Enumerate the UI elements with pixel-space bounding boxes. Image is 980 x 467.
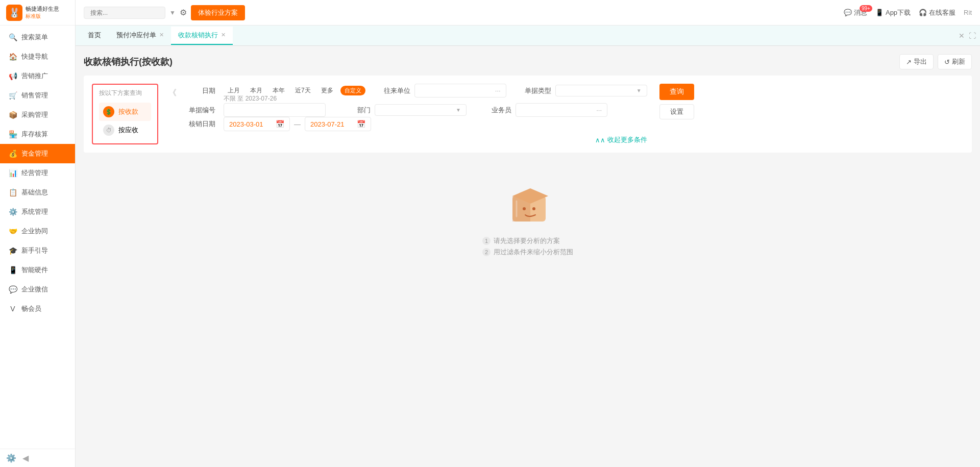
- sidebar-item-inventory[interactable]: 🏪 库存核算: [0, 125, 75, 144]
- sidebar-item-quick-nav[interactable]: 🏠 快捷导航: [0, 47, 75, 66]
- sidebar-item-marketing[interactable]: 📢 营销推广: [0, 66, 75, 86]
- industry-solution-button[interactable]: 体验行业方案: [191, 5, 245, 20]
- receipt-scheme-icon: 💲: [103, 106, 114, 117]
- sidebar-item-member[interactable]: V 畅会员: [0, 299, 75, 318]
- empty-state: 1 请先选择要分析的方案 2 用过滤条件来缩小分析范围: [84, 153, 972, 287]
- doc-type-arrow-icon: ▼: [636, 88, 642, 93]
- sidebar-item-search[interactable]: 🔍 搜索菜单: [0, 28, 75, 47]
- message-button[interactable]: 💬 消息 99+: [844, 8, 867, 17]
- message-badge: 99+: [860, 5, 872, 12]
- page-header: 收款核销执行(按收款) ↗ 导出 ↺ 刷新: [84, 54, 972, 69]
- collapse-more-label: 收起更多条件: [607, 135, 647, 144]
- collapse-icon: 《: [168, 88, 177, 99]
- collapse-up-icon: ∧∧: [595, 136, 605, 144]
- date-label: 日期: [187, 86, 215, 95]
- refresh-button[interactable]: ↺ 刷新: [938, 54, 972, 69]
- dept-arrow-icon: ▼: [456, 107, 461, 113]
- sidebar-item-system[interactable]: ⚙️ 系统管理: [0, 202, 75, 222]
- tab-receipt-verify[interactable]: 收款核销执行 ✕: [171, 27, 233, 45]
- verify-date-end-value: 2023-07-21: [310, 120, 345, 128]
- empty-illustration: [502, 183, 553, 224]
- topbar-right: 💬 消息 99+ 📱 App下载 🎧 在线客服 Rit: [844, 8, 972, 17]
- verify-date-start-input[interactable]: 2023-03-01 📅: [224, 117, 290, 131]
- doc-type-label: 单据类型: [523, 86, 551, 95]
- empty-svg: [502, 183, 558, 229]
- sidebar-item-purchase[interactable]: 📦 采购管理: [0, 105, 75, 125]
- sidebar-item-guide[interactable]: 🎓 新手引导: [0, 241, 75, 260]
- hint-num-2: 2: [482, 248, 491, 256]
- calendar-end-icon[interactable]: 📅: [357, 120, 365, 128]
- topbar: ▼ ⚙ 体验行业方案 💬 消息 99+ 📱 App下载 🎧 在线客服 Rit: [76, 0, 980, 26]
- message-icon: 💬: [844, 9, 852, 16]
- export-button[interactable]: ↗ 导出: [899, 54, 934, 69]
- receivable-option-label: 按应收: [118, 126, 138, 135]
- tab-prepay[interactable]: 预付冲应付单 ✕: [109, 27, 171, 45]
- hardware-icon: 📱: [8, 266, 17, 274]
- settings-footer-icon[interactable]: ⚙️: [6, 453, 16, 463]
- inventory-icon: 🏪: [8, 130, 17, 138]
- quick-nav-icon: 🏠: [8, 53, 17, 61]
- filter-option-by-receipt[interactable]: 💲 按收款: [99, 103, 151, 121]
- vendor-selector[interactable]: ···: [414, 84, 506, 97]
- topbar-chevron-icon[interactable]: ▼: [169, 9, 176, 16]
- filter-collapse-toggle[interactable]: 《: [166, 86, 179, 144]
- tab-home[interactable]: 首页: [80, 27, 109, 45]
- empty-hint-1-text: 请先选择要分析的方案: [494, 236, 560, 245]
- sidebar-item-operation[interactable]: 📊 经营管理: [0, 163, 75, 183]
- sidebar-item-label: 企业协同: [21, 227, 48, 236]
- sidebar-item-enterprise[interactable]: 🤝 企业协同: [0, 222, 75, 241]
- user-name: Rit: [964, 9, 972, 16]
- query-button[interactable]: 查询: [659, 84, 694, 100]
- sidebar-item-wechat[interactable]: 💬 企业微信: [0, 280, 75, 299]
- sidebar-item-label: 快捷导航: [21, 52, 48, 61]
- tab-maximize-icon[interactable]: ⛶: [969, 32, 976, 40]
- basic-info-icon: 📋: [8, 188, 17, 196]
- sidebar-item-label: 销售管理: [21, 91, 48, 100]
- filter-option-by-receivable[interactable]: ⏱ 按应收: [99, 121, 151, 139]
- tab-prepay-label: 预付冲应付单: [116, 31, 156, 40]
- search-icon: 🔍: [8, 33, 17, 41]
- sidebar-item-hardware[interactable]: 📱 智能硬件: [0, 260, 75, 280]
- sidebar-item-finance[interactable]: 💰 资金管理: [0, 144, 75, 163]
- setting-button[interactable]: 设置: [659, 104, 694, 119]
- enterprise-icon: 🤝: [8, 227, 17, 235]
- doc-no-input[interactable]: [224, 103, 326, 117]
- topbar-search-input[interactable]: [84, 7, 165, 19]
- dept-selector[interactable]: ▼: [375, 104, 467, 116]
- doc-type-selector[interactable]: ▼: [555, 85, 647, 96]
- topbar-gear-icon[interactable]: ⚙: [180, 8, 187, 17]
- service-icon: 🎧: [919, 9, 927, 16]
- collapse-more-button[interactable]: ∧∧ 收起更多条件: [187, 135, 647, 144]
- sidebar-item-label: 资金管理: [21, 149, 48, 158]
- sidebar-item-sales[interactable]: 🛒 销售管理: [0, 86, 75, 105]
- main-area: ▼ ⚙ 体验行业方案 💬 消息 99+ 📱 App下载 🎧 在线客服 Rit 首…: [76, 0, 980, 467]
- date-range-dash: —: [294, 120, 301, 128]
- date-more-btn[interactable]: 更多: [317, 85, 337, 96]
- tab-close-active-icon[interactable]: ✕: [221, 32, 226, 38]
- sidebar-item-label: 系统管理: [21, 207, 48, 216]
- logo-icon: 🐰: [6, 5, 22, 21]
- marketing-icon: 📢: [8, 72, 17, 80]
- sidebar-item-label: 搜索菜单: [21, 33, 48, 42]
- online-service-button[interactable]: 🎧 在线客服: [919, 8, 955, 17]
- wechat-icon: 💬: [8, 285, 17, 293]
- calendar-start-icon[interactable]: 📅: [276, 120, 284, 128]
- guide-icon: 🎓: [8, 247, 17, 255]
- service-label: 在线客服: [929, 8, 955, 17]
- sidebar-item-label: 畅会员: [21, 304, 41, 313]
- tab-close-icon[interactable]: ✕: [159, 32, 164, 38]
- tab-receipt-label: 收款核销执行: [178, 31, 218, 40]
- date-7days-btn[interactable]: 近7天: [291, 85, 315, 96]
- filter-action-buttons: 查询 设置: [659, 84, 694, 119]
- sidebar-item-label: 企业微信: [21, 285, 48, 294]
- app-download-button[interactable]: 📱 App下载: [875, 8, 911, 17]
- tab-close-all-icon[interactable]: ✕: [959, 32, 965, 40]
- sidebar-nav: 🔍 搜索菜单 🏠 快捷导航 📢 营销推广 🛒 销售管理 📦 采购管理 🏪 库存核…: [0, 26, 75, 449]
- verify-date-end-input[interactable]: 2023-07-21 📅: [305, 117, 371, 131]
- staff-dots-icon: ···: [596, 106, 602, 114]
- staff-selector[interactable]: ···: [516, 103, 607, 117]
- sidebar: 🐰 畅捷通好生意 标准版 🔍 搜索菜单 🏠 快捷导航 📢 营销推广 🛒 销售管理…: [0, 0, 76, 467]
- collapse-sidebar-icon[interactable]: ◀: [22, 453, 29, 463]
- sidebar-item-basic-info[interactable]: 📋 基础信息: [0, 183, 75, 202]
- date-custom-badge[interactable]: 自定义: [340, 86, 365, 95]
